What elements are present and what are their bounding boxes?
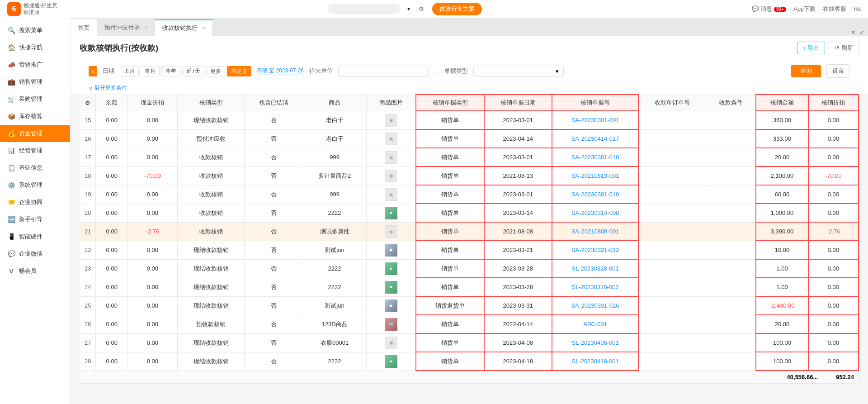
td-verify-amount: 20.00 (756, 315, 808, 333)
td-goods: 2222 (303, 278, 366, 296)
verify-number-link[interactable]: SA-20230331-026 (571, 302, 619, 309)
td-goods: 999 (303, 148, 366, 166)
chevron-down-icon: ∨ (89, 85, 93, 91)
sidebar-item-inventory[interactable]: 📦 库存核算 (0, 108, 70, 125)
td-verify-number: ABC-001 (552, 315, 639, 333)
td-verify-date: 2023-03-28 (484, 259, 552, 278)
date-btn-last-month[interactable]: 上月 (120, 66, 139, 76)
th-balance: 余额 (96, 95, 128, 111)
user-name[interactable]: Rit (854, 5, 861, 12)
sidebar-item-quicknav[interactable]: 🏠 快捷导航 (0, 39, 70, 56)
online-service-link[interactable]: 在线客服 (823, 5, 846, 13)
solution-button[interactable]: 体验行业方案 (432, 3, 482, 15)
verify-number-link[interactable]: SA-20230321-012 (571, 247, 619, 253)
voucher-type-label: 单据类型 (444, 67, 468, 75)
td-no: 27 (80, 333, 96, 352)
tab-receivable[interactable]: 收款核销执行 × (155, 19, 213, 36)
collapse-filter-icon[interactable]: » (89, 66, 97, 76)
verify-number-link[interactable]: SA-20230314-008 (571, 209, 619, 216)
sidebar-item-label: 基础信息 (19, 164, 42, 172)
settings-icon[interactable]: ⚙ (416, 4, 427, 14)
topbar-dropdown[interactable]: ▾ (406, 5, 410, 12)
verify-number-link[interactable]: SL-20230328-001 (572, 265, 619, 272)
th-verify-voucher-type: 核销单据类型 (416, 95, 484, 111)
verify-number-link[interactable]: SA-20230414-017 (571, 135, 619, 142)
close-tab-icon[interactable]: ✕ (851, 29, 856, 36)
td-receipt-condition (706, 129, 756, 148)
setting-button[interactable]: 设置 (826, 64, 850, 78)
td-goods-img: ▣ (366, 166, 416, 185)
counterparty-input[interactable] (338, 66, 429, 77)
sidebar-item-finance[interactable]: 💰 资金管理 (0, 125, 70, 142)
sidebar-item-enterprise-wechat[interactable]: 💬 企业微信 (0, 245, 70, 262)
verify-number-link[interactable]: SL-20230408-001 (572, 339, 619, 346)
date-btn-more[interactable]: 更多 (206, 66, 225, 76)
td-verify-voucher-type: 销货单 (416, 111, 484, 129)
td-no: 22 (80, 241, 96, 259)
td-receipt-condition (706, 259, 756, 278)
sidebar-item-system[interactable]: ⚙️ 系统管理 (0, 176, 70, 194)
app-download-link[interactable]: App下载 (793, 5, 816, 13)
sidebar-item-enterprise-coop[interactable]: 🤝 企业协同 (0, 194, 70, 211)
td-balance: 0.00 (96, 148, 128, 166)
sidebar-item-business[interactable]: 📊 经营管理 (0, 142, 70, 159)
query-button[interactable]: 查询 (791, 65, 821, 77)
expand-more-bar[interactable]: ∨ 展开更多条件 (89, 84, 850, 92)
td-verify-voucher-type: 销货单 (416, 352, 484, 371)
sidebar-item-basic-info[interactable]: 📋 基础信息 (0, 159, 70, 176)
td-goods: 多计量商品2 (303, 166, 366, 185)
td-goods: 老白干 (303, 111, 366, 129)
sidebar-item-vip[interactable]: V 畅会员 (0, 262, 70, 280)
sidebar-item-label: 企业微信 (19, 250, 42, 258)
date-btn-this-year[interactable]: 本年 (161, 66, 180, 76)
tab-receivable-close[interactable]: × (202, 25, 205, 31)
verify-number-link[interactable]: SA-20230301-010 (571, 191, 619, 198)
th-receipt-order: 收款单订单号 (638, 95, 706, 111)
verify-number-link[interactable]: SA-20210813-001 (571, 172, 619, 179)
td-balance: 0.00 (96, 315, 128, 333)
verify-number-link[interactable]: SL-20230418-001 (572, 358, 619, 365)
td-cash-discount: -70.00 (128, 166, 178, 185)
tab-prepay-close[interactable]: × (144, 24, 147, 31)
guide-icon: 🆕 (7, 215, 15, 223)
sidebar-item-smart-hw[interactable]: 📱 智能硬件 (0, 228, 70, 245)
sidebar-item-sales[interactable]: 💼 销售管理 (0, 73, 70, 90)
td-goods-img: ▣ (366, 148, 416, 166)
refresh-button[interactable]: ↺ 刷新 (829, 42, 859, 54)
verify-number-link[interactable]: SA-20230301-010 (571, 154, 619, 161)
tab-home[interactable]: 首页 (71, 19, 97, 36)
date-btn-custom[interactable]: 自定义 (227, 66, 251, 76)
verify-number-link[interactable]: ABC-001 (583, 321, 607, 328)
td-include-settled: 否 (245, 352, 303, 371)
date-btn-7days[interactable]: 近7天 (182, 66, 204, 76)
sidebar-item-label: 采购管理 (19, 95, 42, 103)
date-filter-buttons: 上月 本月 本年 近7天 更多 自定义 (120, 66, 251, 76)
export-button[interactable]: ↑ 导出 (797, 42, 826, 54)
sidebar-item-marketing[interactable]: 📣 营销推广 (0, 56, 70, 73)
td-goods: 测试多属性 (303, 222, 366, 241)
tab-prepay[interactable]: 预付冲应付单 × (97, 19, 155, 36)
verify-number-link[interactable]: SA-20230301-001 (571, 117, 619, 124)
verify-number-link[interactable]: SA-20210808-001 (571, 228, 619, 235)
messages-link[interactable]: 💬 消息 99+ (752, 5, 786, 13)
th-settings[interactable]: ⚙ (80, 95, 96, 111)
verify-number-link[interactable]: SL-20230328-002 (572, 284, 619, 290)
sidebar-item-purchase[interactable]: 🛒 采购管理 (0, 90, 70, 108)
th-verify-date: 核销单据日期 (484, 95, 552, 111)
td-receipt-condition (706, 166, 756, 185)
table-row: 19 0.00 0.00 收款核销 否 999 ▣ 销货单 2023-03-01… (80, 185, 859, 204)
sidebar-item-label: 营销推广 (19, 61, 42, 69)
date-range-display[interactable]: 不限 至 2023-07-26 (257, 67, 304, 75)
expand-tab-icon[interactable]: ⤢ (859, 29, 864, 36)
td-verify-amount: 2,100.00 (756, 166, 808, 185)
td-verify-type: 现结收款核销 (177, 278, 245, 296)
td-verify-discount: 0.00 (808, 129, 859, 148)
sidebar-item-search[interactable]: 🔍 搜索菜单 (0, 22, 70, 39)
enterprise-coop-icon: 🤝 (7, 198, 15, 206)
voucher-type-select[interactable]: ▾ (473, 66, 564, 77)
td-include-settled: 否 (245, 278, 303, 296)
sidebar-item-guide[interactable]: 🆕 新手引导 (0, 211, 70, 228)
date-btn-this-month[interactable]: 本月 (141, 66, 160, 76)
search-input[interactable] (328, 4, 400, 14)
td-receipt-condition (706, 185, 756, 204)
